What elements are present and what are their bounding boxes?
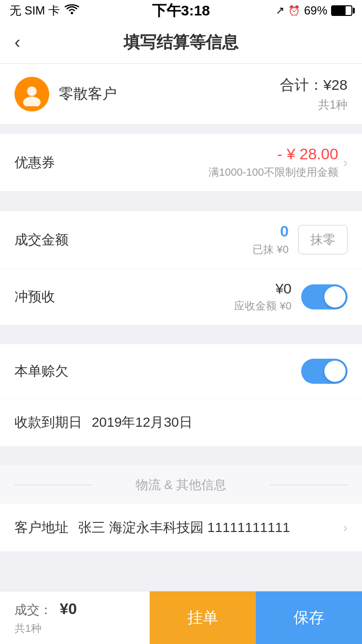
total-value: ¥28 [323, 77, 348, 93]
nav-bar: ‹ 填写结算等信息 [0, 21, 362, 64]
bottom-bar: 成交： ¥0 共1种 挂单 保存 [0, 591, 362, 644]
coupon-info: - ¥ 28.00 满1000-100不限制使用金额 [209, 145, 338, 180]
total-price: 合计：¥28 [280, 75, 348, 95]
debt-row: 本单赊欠 [0, 344, 362, 398]
prepay-toggle[interactable] [301, 284, 348, 309]
back-button[interactable]: ‹ [14, 32, 20, 53]
coupon-card: 优惠券 - ¥ 28.00 满1000-100不限制使用金额 › [0, 134, 362, 192]
total-label: 合计： [280, 77, 323, 93]
status-right: ↗ ⏰ 69% [276, 4, 352, 17]
svg-point-1 [27, 86, 37, 96]
toggle-knob [324, 286, 346, 308]
section-divider-1 [0, 201, 362, 211]
customer-avatar [14, 77, 49, 112]
bottom-count: 共1种 [14, 621, 135, 636]
logistics-header: 物流 & 其他信息 [0, 465, 362, 504]
amount-card: 成交金额 0 已抹 ¥0 抹零 冲预收 ¥0 应收金额 ¥0 [0, 211, 362, 325]
address-label: 客户地址 [14, 518, 69, 537]
address-card: 客户地址 张三 海淀永丰科技园 11111111111 › [0, 504, 362, 551]
alarm-icon: ⏰ [288, 5, 300, 16]
location-icon: ↗ [276, 4, 284, 17]
due-date-label: 收款到期日 [14, 413, 82, 432]
status-bar: 无 SIM 卡 下午3:18 ↗ ⏰ 69% [0, 0, 362, 21]
section-divider-2 [0, 335, 362, 344]
customer-name: 零散客户 [59, 84, 117, 104]
customer-right: 合计：¥28 共1种 [280, 75, 348, 112]
amount-sub: 已抹 ¥0 [252, 242, 289, 257]
page-title: 填写结算等信息 [124, 31, 238, 54]
customer-card: 零散客户 合计：¥28 共1种 [0, 64, 362, 124]
amount-right: 0 已抹 ¥0 抹零 [252, 223, 348, 257]
battery-icon [331, 5, 352, 16]
bottom-deal-amount: ¥0 [60, 600, 77, 617]
bottom-deal-line: 成交： ¥0 [14, 600, 135, 618]
customer-left: 零散客户 [14, 77, 117, 112]
amount-value-wrap: 0 已抹 ¥0 [252, 223, 289, 257]
coupon-desc: 满1000-100不限制使用金额 [209, 165, 338, 180]
content: 零散客户 合计：¥28 共1种 优惠券 - ¥ 28.00 满1000-100不… [0, 64, 362, 644]
amount-value: 0 [252, 223, 289, 240]
prepay-amount: ¥0 [234, 280, 292, 297]
debt-label: 本单赊欠 [14, 362, 69, 380]
battery-percent: 69% [304, 4, 327, 17]
due-date-value: 2019年12月30日 [92, 413, 193, 432]
address-value: 张三 海淀永丰科技园 11111111111 [78, 518, 343, 537]
debt-card: 本单赊欠 收款到期日 2019年12月30日 [0, 344, 362, 446]
amount-label: 成交金额 [14, 231, 69, 249]
address-chevron-icon: › [343, 520, 348, 535]
section-divider-3 [0, 456, 362, 465]
bottom-summary: 成交： ¥0 共1种 [0, 591, 150, 644]
wifi-icon [65, 4, 79, 17]
status-left: 无 SIM 卡 [10, 3, 79, 18]
due-date-row: 收款到期日 2019年12月30日 [0, 398, 362, 446]
debt-toggle-knob [324, 361, 346, 382]
debt-toggle[interactable] [301, 359, 348, 384]
prepay-receivable: 应收金额 ¥0 [234, 299, 292, 313]
carrier-text: 无 SIM 卡 [10, 3, 60, 18]
logistics-title: 物流 & 其他信息 [126, 476, 236, 493]
prepay-values: ¥0 应收金额 ¥0 [234, 280, 292, 313]
chevron-right-icon: › [343, 155, 348, 170]
prepay-label: 冲预收 [14, 288, 55, 306]
address-row[interactable]: 客户地址 张三 海淀永丰科技园 11111111111 › [0, 504, 362, 551]
total-count: 共1种 [280, 97, 348, 112]
coupon-right: - ¥ 28.00 满1000-100不限制使用金额 › [209, 145, 348, 180]
round-off-button[interactable]: 抹零 [298, 225, 348, 254]
prepay-row: 冲预收 ¥0 应收金额 ¥0 [0, 269, 362, 325]
customer-row: 零散客户 合计：¥28 共1种 [0, 64, 362, 124]
bottom-deal-label: 成交： [14, 602, 52, 617]
svg-point-0 [71, 12, 73, 14]
save-button[interactable]: 保存 [256, 591, 362, 644]
coupon-row[interactable]: 优惠券 - ¥ 28.00 满1000-100不限制使用金额 › [0, 134, 362, 192]
coupon-label: 优惠券 [14, 154, 55, 172]
pending-button[interactable]: 挂单 [150, 591, 256, 644]
status-time: 下午3:18 [152, 1, 210, 21]
coupon-discount: - ¥ 28.00 [209, 145, 338, 163]
prepay-right: ¥0 应收金额 ¥0 [234, 280, 348, 313]
amount-row: 成交金额 0 已抹 ¥0 抹零 [0, 211, 362, 269]
svg-point-2 [23, 97, 41, 106]
